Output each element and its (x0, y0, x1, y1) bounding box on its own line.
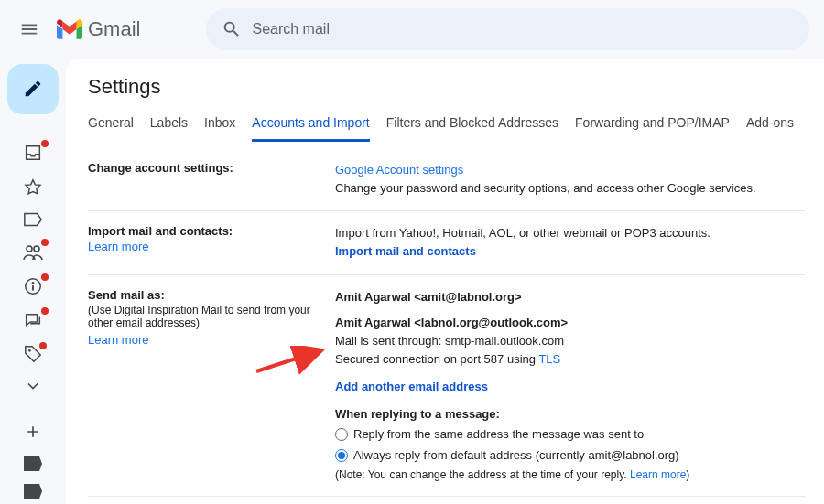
hamburger-icon (19, 19, 39, 39)
sidebar-item-custom-label-2[interactable] (24, 484, 42, 499)
settings-tabs: General Labels Inbox Accounts and Import… (88, 110, 806, 143)
star-icon (23, 177, 43, 198)
sidebar-item-custom-label-1[interactable] (24, 456, 42, 471)
tab-forwarding[interactable]: Forwarding and POP/IMAP (575, 110, 730, 142)
section-change-account: Change account settings: Google Account … (88, 145, 806, 211)
sidebar-item-starred[interactable] (21, 176, 45, 198)
sidebar-item-inbox[interactable] (21, 142, 45, 165)
send-as-smtp: Mail is sent through: smtp-mail.outlook.… (335, 332, 806, 350)
reply-opt-1: Reply from the same address the message … (353, 425, 644, 444)
compose-button[interactable] (7, 64, 59, 114)
sidebar-item-chat[interactable] (21, 309, 45, 332)
section-check-mail: Check mail from other accounts: Learn mo… (88, 497, 806, 504)
send-as-sub: (Use Digital Inspiration Mail to send fr… (88, 304, 326, 329)
gmail-logo-icon (57, 19, 82, 39)
import-desc: Import from Yahoo!, Hotmail, AOL, or oth… (335, 226, 710, 240)
label-filled-icon (24, 456, 42, 471)
reply-from-default-radio[interactable] (335, 449, 348, 462)
unread-dot (41, 273, 49, 281)
label-icon (23, 211, 43, 228)
section-title: Send mail as: (88, 288, 326, 302)
tab-inbox[interactable]: Inbox (204, 110, 235, 142)
reply-from-same-radio[interactable] (335, 428, 348, 441)
reply-opt-2: Always reply from default address (curre… (353, 446, 679, 465)
info-icon (23, 276, 43, 296)
sidebar-item-more[interactable] (21, 375, 45, 398)
section-send-mail-as: Send mail as: (Use Digital Inspiration M… (88, 275, 806, 498)
sidebar-item-create-label[interactable] (21, 420, 45, 444)
settings-sections: Change account settings: Google Account … (88, 145, 806, 504)
people-icon (22, 243, 44, 262)
svg-point-5 (28, 349, 31, 351)
section-import-mail: Import mail and contacts: Learn more Imp… (88, 211, 806, 274)
inbox-icon (23, 143, 43, 163)
page-title: Settings (88, 75, 806, 99)
import-learn-more-link[interactable]: Learn more (88, 240, 148, 253)
unread-dot (41, 140, 49, 147)
label-filled-icon (24, 484, 42, 499)
sidebar-item-label[interactable] (23, 210, 43, 231)
sidebar-item-info[interactable] (21, 275, 45, 298)
sidebar (0, 59, 66, 504)
unread-dot (39, 342, 47, 349)
change-account-desc: Change your password and security option… (335, 181, 756, 195)
send-as-learn-more-link[interactable]: Learn more (88, 333, 148, 347)
import-mail-action-link[interactable]: Import mail and contacts (335, 244, 476, 258)
note-learn-more-link[interactable]: Learn more (630, 468, 686, 481)
search-input[interactable] (250, 20, 802, 38)
app-name: Gmail (88, 17, 140, 41)
search-icon (222, 19, 242, 39)
search-bar[interactable] (206, 8, 809, 50)
app-header: Gmail (0, 0, 824, 59)
tls-link[interactable]: TLS (538, 352, 560, 366)
add-another-email-link[interactable]: Add another email address (335, 380, 488, 393)
svg-rect-4 (32, 285, 34, 291)
note-suffix: ) (686, 468, 689, 481)
svg-point-3 (32, 282, 35, 284)
google-account-settings-link[interactable]: Google Account settings (335, 163, 463, 177)
section-title: Import mail and contacts: (88, 224, 326, 238)
pencil-icon (23, 79, 43, 99)
tab-general[interactable]: General (88, 110, 134, 142)
main-menu-button[interactable] (11, 11, 48, 48)
tab-filters[interactable]: Filters and Blocked Addresses (386, 110, 558, 142)
settings-panel: Settings General Labels Inbox Accounts a… (66, 59, 824, 504)
unread-dot (41, 239, 49, 246)
sidebar-item-tag[interactable] (23, 344, 43, 364)
when-replying-title: When replying to a message: (335, 405, 806, 424)
tab-addons[interactable]: Add-ons (746, 110, 794, 142)
gmail-logo[interactable]: Gmail (57, 17, 140, 41)
unread-dot (41, 307, 49, 315)
chevron-down-icon (24, 377, 42, 395)
sidebar-item-groups[interactable] (21, 241, 45, 263)
send-as-address-primary: Amit Agarwal <amit@labnol.org> (335, 288, 806, 306)
send-as-secured-prefix: Secured connection on port 587 using (335, 352, 538, 366)
plus-icon (24, 423, 42, 441)
tab-labels[interactable]: Labels (150, 110, 188, 142)
section-title: Change account settings: (88, 161, 326, 175)
tab-accounts-and-import[interactable]: Accounts and Import (252, 110, 369, 142)
send-as-address-secondary: Amit Agarwal <labnol.org@outlook.com> (335, 314, 806, 332)
chat-icon (23, 311, 43, 331)
svg-point-0 (27, 246, 32, 252)
search-button[interactable] (213, 11, 250, 48)
note-prefix: (Note: You can change the address at the… (335, 468, 630, 481)
svg-point-1 (34, 246, 39, 252)
